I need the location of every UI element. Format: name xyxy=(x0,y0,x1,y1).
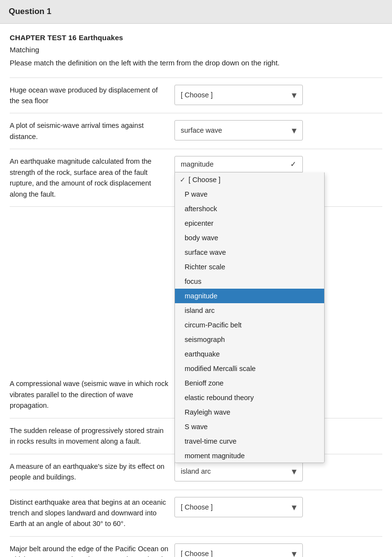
dl-item-rayleigh[interactable]: Rayleigh wave xyxy=(175,405,324,419)
dl-item-label: elastic rebound theory xyxy=(185,394,254,402)
dl-item-benioff[interactable]: Benioff zone xyxy=(175,376,324,390)
dl-item-traveltime[interactable]: travel-time curve xyxy=(175,434,324,449)
dl-item-label: Richter scale xyxy=(185,263,225,271)
dl-item-circum[interactable]: circum-Pacific belt xyxy=(175,318,324,332)
definition-7: Distinct earthquake area that begins at … xyxy=(10,497,174,529)
dl-item-label: body wave xyxy=(185,234,218,242)
match-row-2: A plot of seismic-wave arrival times aga… xyxy=(10,113,382,149)
dl-item-label: travel-time curve xyxy=(185,437,236,445)
dl-item-pwave[interactable]: P wave xyxy=(175,187,324,201)
dropdown-3-value: magnitude xyxy=(181,160,214,168)
dl-item-mercalli[interactable]: modified Mercalli scale xyxy=(175,361,324,376)
dl-item-epicenter[interactable]: epicenter xyxy=(175,216,324,231)
dl-item-seismograph[interactable]: seismograph xyxy=(175,332,324,347)
dropdown-3-btn[interactable]: magnitude ✓ xyxy=(174,156,303,172)
definition-1: Huge ocean wave produced by displacement… xyxy=(10,85,174,107)
dropdown-8-value: [ Choose ] xyxy=(181,550,213,557)
dl-item-label: [ Choose ] xyxy=(188,176,220,184)
select-wrapper-1: [ Choose ] ▾ xyxy=(174,85,382,105)
definition-5: The sudden release of progressively stor… xyxy=(10,425,174,447)
dl-item-label: focus xyxy=(185,278,202,285)
chevron-down-icon: ▾ xyxy=(292,89,297,101)
matching-label: Matching xyxy=(10,46,382,54)
dl-item-label: Benioff zone xyxy=(185,379,223,387)
dl-item-islandarc[interactable]: island arc xyxy=(175,303,324,318)
definition-8: Major belt around the edge of the Pacifi… xyxy=(10,543,174,557)
definition-3: An earthquake magnitude calculated from … xyxy=(10,156,174,200)
dl-item-label: surface wave xyxy=(185,248,226,256)
dl-item-bodywave[interactable]: body wave xyxy=(175,231,324,245)
dl-item-label: circum-Pacific belt xyxy=(185,321,242,329)
dl-item-richter[interactable]: Richter scale xyxy=(175,260,324,274)
dropdown-2[interactable]: surface wave ▾ xyxy=(174,120,303,140)
dl-item-label: magnitude xyxy=(185,292,218,300)
match-row-1: Huge ocean wave produced by displacement… xyxy=(10,78,382,114)
question-header: Question 1 xyxy=(0,0,392,24)
dropdown-1-value: [ Choose ] xyxy=(181,91,213,99)
header-title: Question 1 xyxy=(9,7,51,16)
dl-item-label: P wave xyxy=(185,190,207,198)
definition-6: A measure of an earthquake's size by its… xyxy=(10,461,174,483)
select-wrapper-8: [ Choose ] ▾ xyxy=(174,543,382,557)
dropdown-1[interactable]: [ Choose ] ▾ xyxy=(174,85,303,105)
dl-item-label: Rayleigh wave xyxy=(185,408,230,416)
select-wrapper-7: [ Choose ] ▾ xyxy=(174,497,382,517)
dl-item-label: seismograph xyxy=(185,336,225,343)
chevron-down-icon-8: ▾ xyxy=(292,548,297,557)
dl-item-earthquake[interactable]: earthquake xyxy=(175,347,324,361)
select-wrapper-3: magnitude ✓ ✓ [ Choose ] P wave aftersho… xyxy=(174,156,382,172)
match-row-3: An earthquake magnitude calculated from … xyxy=(10,149,382,207)
match-row-7: Distinct earthquake area that begins at … xyxy=(10,490,382,537)
definition-2: A plot of seismic-wave arrival times aga… xyxy=(10,120,174,142)
chevron-down-icon-2: ▾ xyxy=(292,124,297,136)
chevron-down-icon-3: ✓ xyxy=(290,160,297,168)
chapter-title: CHAPTER TEST 16 Earthquakes xyxy=(10,33,382,42)
dl-item-magnitude[interactable]: magnitude xyxy=(175,289,324,303)
dl-item-surfacewave[interactable]: surface wave xyxy=(175,245,324,260)
dropdown-6-value: island arc xyxy=(181,467,211,475)
dl-item-label: modified Mercalli scale xyxy=(185,365,256,372)
check-icon: ✓ xyxy=(180,176,186,184)
dl-item-label: island arc xyxy=(185,307,215,314)
dropdown-open-wrapper-3: magnitude ✓ ✓ [ Choose ] P wave aftersho… xyxy=(174,156,303,172)
dropdown-7[interactable]: [ Choose ] ▾ xyxy=(174,497,303,517)
dropdown-7-value: [ Choose ] xyxy=(181,503,213,511)
dl-item-label: earthquake xyxy=(185,350,220,358)
dropdown-2-value: surface wave xyxy=(181,126,222,134)
dl-item-aftershock[interactable]: aftershock xyxy=(175,201,324,216)
dl-item-moment[interactable]: moment magnitude xyxy=(175,449,324,463)
dropdown-8[interactable]: [ Choose ] ▾ xyxy=(174,543,303,557)
dl-item-label: S wave xyxy=(185,423,208,431)
dl-item-elastic[interactable]: elastic rebound theory xyxy=(175,390,324,405)
chevron-down-icon-7: ▾ xyxy=(292,501,297,513)
dl-item-swave[interactable]: S wave xyxy=(175,419,324,434)
definition-4: A compressional wave (seismic wave in wh… xyxy=(10,378,174,411)
match-row-8: Major belt around the edge of the Pacifi… xyxy=(10,537,382,557)
dl-item-label: epicenter xyxy=(185,219,214,227)
instructions: Please match the definition on the left … xyxy=(10,58,382,69)
select-wrapper-2: surface wave ▾ xyxy=(174,120,382,140)
select-wrapper-6: island arc ▾ xyxy=(174,461,382,481)
dl-item-focus[interactable]: focus xyxy=(175,274,324,289)
dropdown-6[interactable]: island arc ▾ xyxy=(174,461,303,481)
dl-item-choose[interactable]: ✓ [ Choose ] xyxy=(175,172,324,187)
dl-item-label: aftershock xyxy=(185,205,217,213)
dropdown-3-list: ✓ [ Choose ] P wave aftershock epicenter… xyxy=(174,172,325,463)
chevron-down-icon-6: ▾ xyxy=(292,465,297,477)
dl-item-label: moment magnitude xyxy=(185,452,245,460)
